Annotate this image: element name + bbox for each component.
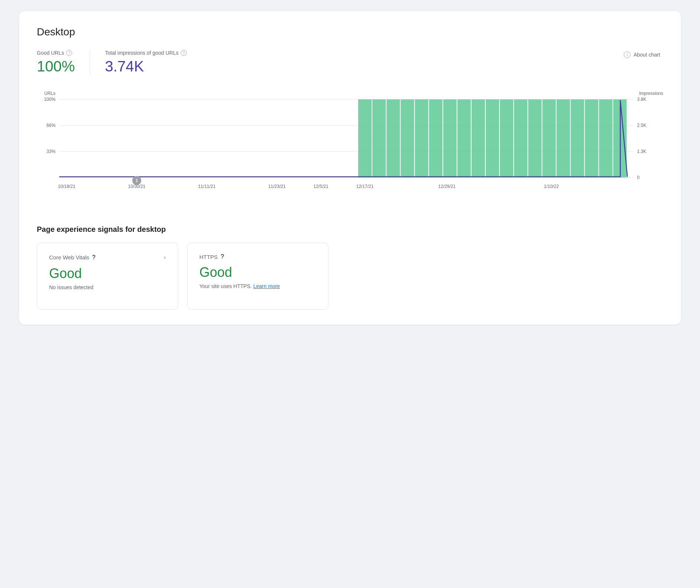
core-web-vitals-help-icon[interactable]: ? bbox=[92, 254, 96, 261]
svg-text:Impressions: Impressions bbox=[639, 91, 663, 96]
https-desc: Your site uses HTTPS. Learn more bbox=[199, 283, 316, 289]
svg-text:12/17/21: 12/17/21 bbox=[356, 184, 374, 189]
svg-rect-28 bbox=[571, 99, 584, 178]
svg-rect-18 bbox=[429, 99, 443, 178]
info-icon: i bbox=[624, 51, 630, 58]
core-web-vitals-header: Core Web Vitals ? › bbox=[49, 253, 166, 261]
svg-text:33%: 33% bbox=[46, 149, 55, 154]
svg-text:URLs: URLs bbox=[44, 91, 55, 96]
svg-text:1/10/22: 1/10/22 bbox=[544, 184, 559, 189]
chart-svg: 100% 66% 33% URLs 3.8K 2.5K 1.3K 0 Impre… bbox=[37, 88, 663, 207]
svg-text:1: 1 bbox=[136, 178, 138, 183]
svg-rect-23 bbox=[500, 99, 513, 178]
main-card: Desktop Good URLs ? 100% Total impressio… bbox=[19, 11, 681, 325]
total-impressions-help-icon[interactable]: ? bbox=[181, 50, 187, 56]
core-web-vitals-desc: No issues detected bbox=[49, 284, 166, 290]
core-web-vitals-title: Core Web Vitals bbox=[49, 254, 89, 261]
https-card: HTTPS ? Good Your site uses HTTPS. Learn… bbox=[187, 243, 328, 310]
svg-rect-13 bbox=[358, 99, 372, 178]
svg-rect-16 bbox=[401, 99, 414, 178]
signals-grid: Core Web Vitals ? › Good No issues detec… bbox=[37, 243, 663, 310]
good-urls-help-icon[interactable]: ? bbox=[66, 50, 72, 56]
svg-rect-15 bbox=[386, 99, 400, 178]
impressions-line bbox=[59, 100, 627, 177]
total-impressions-metric: Total impressions of good URLs ? 3.74K bbox=[90, 50, 202, 75]
svg-text:3.8K: 3.8K bbox=[637, 97, 646, 102]
good-urls-label: Good URLs ? bbox=[37, 50, 75, 56]
svg-rect-17 bbox=[415, 99, 428, 178]
svg-rect-25 bbox=[528, 99, 542, 178]
metrics-row: Good URLs ? 100% Total impressions of go… bbox=[37, 50, 663, 75]
svg-rect-26 bbox=[542, 99, 556, 178]
https-title-row: HTTPS ? bbox=[199, 253, 224, 260]
https-help-icon[interactable]: ? bbox=[221, 253, 224, 260]
https-learn-more-link[interactable]: Learn more bbox=[253, 283, 280, 289]
svg-rect-21 bbox=[472, 99, 485, 178]
svg-text:11/11/21: 11/11/21 bbox=[198, 184, 216, 189]
svg-rect-19 bbox=[443, 99, 457, 178]
chart-bars bbox=[358, 99, 627, 178]
total-impressions-label: Total impressions of good URLs ? bbox=[105, 50, 187, 56]
svg-rect-22 bbox=[486, 99, 499, 178]
https-title: HTTPS bbox=[199, 254, 218, 260]
svg-text:1.3K: 1.3K bbox=[637, 149, 646, 154]
svg-text:100%: 100% bbox=[44, 97, 55, 102]
svg-rect-27 bbox=[556, 99, 570, 178]
svg-text:2.5K: 2.5K bbox=[637, 123, 646, 128]
svg-rect-29 bbox=[585, 99, 598, 178]
total-impressions-value: 3.74K bbox=[105, 58, 187, 75]
svg-text:10/18/21: 10/18/21 bbox=[58, 184, 76, 189]
good-urls-value: 100% bbox=[37, 58, 75, 75]
chart-container: 100% 66% 33% URLs 3.8K 2.5K 1.3K 0 Impre… bbox=[37, 88, 663, 207]
core-web-vitals-value: Good bbox=[49, 266, 166, 281]
page-title: Desktop bbox=[37, 26, 663, 38]
signals-title: Page experience signals for desktop bbox=[37, 225, 663, 234]
svg-text:11/23/21: 11/23/21 bbox=[268, 184, 286, 189]
svg-text:12/5/21: 12/5/21 bbox=[314, 184, 328, 189]
core-web-vitals-title-row: Core Web Vitals ? bbox=[49, 254, 96, 261]
svg-text:12/29/21: 12/29/21 bbox=[438, 184, 456, 189]
svg-rect-20 bbox=[457, 99, 471, 178]
svg-rect-30 bbox=[599, 99, 613, 178]
svg-rect-14 bbox=[372, 99, 386, 178]
svg-text:0: 0 bbox=[637, 175, 640, 180]
about-chart-button[interactable]: i About chart bbox=[621, 50, 663, 60]
core-web-vitals-chevron-icon[interactable]: › bbox=[164, 253, 166, 261]
https-value: Good bbox=[199, 265, 316, 280]
good-urls-metric: Good URLs ? 100% bbox=[37, 50, 90, 75]
svg-text:66%: 66% bbox=[46, 123, 55, 128]
core-web-vitals-card: Core Web Vitals ? › Good No issues detec… bbox=[37, 243, 178, 310]
svg-rect-24 bbox=[514, 99, 527, 178]
https-header: HTTPS ? bbox=[199, 253, 316, 260]
